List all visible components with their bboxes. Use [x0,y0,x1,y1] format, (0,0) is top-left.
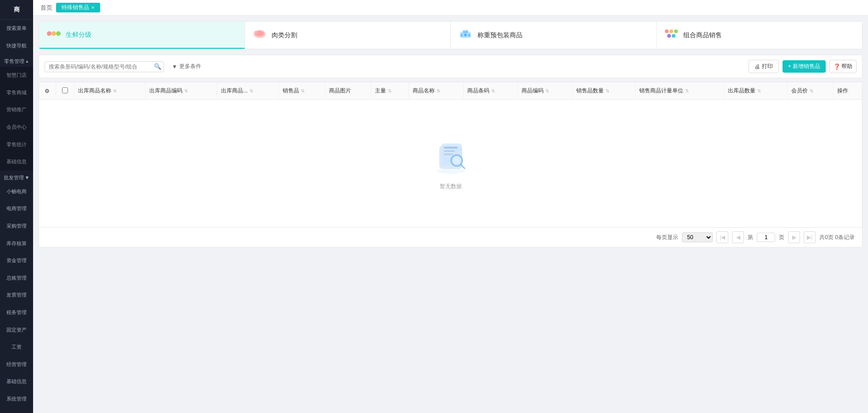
breadcrumb-bar: 首页 特殊销售品 ✕ [33,0,868,16]
sort-icon[interactable]: ⇅ [437,88,440,93]
search-icon[interactable]: 🔍 [154,63,161,70]
tab-combo-sales[interactable]: 组合商品销售 [657,22,862,49]
svg-rect-7 [463,30,468,33]
sort-icon[interactable]: ⇅ [250,88,253,93]
close-icon[interactable]: ✕ [91,5,95,10]
sort-icon[interactable]: ⇅ [301,88,305,93]
print-icon: 🖨 [755,63,760,70]
sidebar-item-general-ledger[interactable]: 总账管理 [0,270,33,287]
search-input-wrap: 🔍 [45,61,164,72]
th-sale-item[interactable]: 销售品 ⇅ [279,82,325,100]
sidebar-item-invoice-mgmt[interactable]: 发票管理 [0,287,33,304]
tab-meat-cutting[interactable]: 肉类分割 [245,22,451,49]
data-table: ⚙ 出库商品名称 ⇅ 出库商 [39,82,862,100]
th-out-name[interactable]: 出库商品名称 ⇅ [74,82,146,100]
sidebar-item-basic-info[interactable]: 基础信息 [0,373,33,390]
meat-cutting-icon [252,29,267,42]
sidebar-item-retail-stats[interactable]: 零售统计 [0,136,33,154]
select-all-checkbox[interactable] [62,87,68,93]
th-sale-qty[interactable]: 销售品数量 ⇅ [573,82,635,100]
sidebar-item-retail-mgmt[interactable]: 零售管理 [0,54,33,67]
tab-weight-prepack[interactable]: 称重预包装商品 [451,22,657,49]
sidebar-item-retail-mall[interactable]: 零售商城 [0,84,33,102]
sort-icon[interactable]: ⇅ [184,88,188,93]
svg-point-5 [255,31,257,34]
th-settings[interactable]: ⚙ [39,82,56,100]
sidebar-item-sales-promo[interactable]: 营销推广 [0,101,33,119]
sort-icon[interactable]: ⇅ [606,88,609,93]
svg-point-1 [51,31,56,36]
sidebar-item-ops-mgmt[interactable]: 经营管理 [0,356,33,373]
empty-state: 暂无数据 [39,100,862,227]
sidebar-item-fixed-assets[interactable]: 固定资产 [0,321,33,339]
svg-point-12 [669,29,673,33]
filter-button[interactable]: ▼ 更多条件 [168,60,205,73]
sidebar-item-tax-mgmt[interactable]: 税务管理 [0,304,33,321]
svg-point-13 [674,29,678,33]
th-out-qty[interactable]: 出库品数量 ⇅ [724,82,787,100]
help-label: 帮助 [841,63,852,70]
th-ops: 操作 [833,82,862,100]
first-page-button[interactable]: |◀ [716,231,728,243]
prev-page-button[interactable]: ◀ [732,231,744,243]
sort-icon[interactable]: ⇅ [113,88,117,93]
tab-combo-sales-label: 组合商品销售 [683,31,722,40]
help-icon: ❓ [834,63,840,70]
sidebar-logo: 商 [0,0,33,20]
tab-cards: 生鲜分级 肉类分割 [39,21,862,49]
svg-point-16 [437,168,465,174]
sidebar-item-search-menu[interactable]: 搜索菜单 [0,20,33,37]
sort-icon[interactable]: ⇅ [545,88,549,93]
th-sale-unit[interactable]: 销售商品计量单位 ⇅ [635,82,724,100]
pagination-bar: 每页显示 10 20 50 100 |◀ ◀ 第 页 ▶ ▶| 共0页 0条记录 [39,227,862,247]
page-size-select[interactable]: 10 20 50 100 [682,232,713,242]
sidebar-item-wholesale-mgmt[interactable]: 批发管理 [0,171,33,183]
fresh-grading-icon [46,28,61,41]
sidebar-item-member-center[interactable]: 会员中心 [0,119,33,136]
sidebar-item-ecom-mgmt[interactable]: 电商管理 [0,200,33,218]
th-out-spec[interactable]: 出库商品... ⇅ [217,82,279,100]
sidebar-item-hr[interactable]: 工资 [0,338,33,356]
breadcrumb-current-tag[interactable]: 特殊销售品 ✕ [56,3,100,12]
last-page-button[interactable]: ▶| [804,231,816,243]
empty-text: 暂无数据 [39,183,862,190]
sidebar-item-company-agreement[interactable]: 企业协同 [0,407,33,413]
next-page-button[interactable]: ▶ [788,231,800,243]
sort-icon[interactable]: ⇅ [685,88,689,93]
new-label: + 新增销售品 [788,63,820,70]
th-out-code[interactable]: 出库商品编码 ⇅ [146,82,217,100]
sidebar-item-basic-info-retail[interactable]: 基础信息 [0,153,33,171]
sidebar-item-purchase-mgmt[interactable]: 采购管理 [0,218,33,235]
th-item-name[interactable]: 商品名称 ⇅ [408,82,463,100]
search-input[interactable] [45,61,164,72]
new-product-button[interactable]: + 新增销售品 [783,60,826,73]
tab-fresh-grading[interactable]: 生鲜分级 [39,22,245,49]
sidebar-item-finance-mgmt[interactable]: 资金管理 [0,252,33,270]
sidebar-item-smart-store[interactable]: 智慧门店 [0,67,33,84]
th-member-price[interactable]: 会员价 ⇅ [787,82,833,100]
th-image: 商品图片 [325,82,371,100]
sidebar-item-inventory[interactable]: 库存核算 [0,235,33,252]
sort-icon[interactable]: ⇅ [491,88,495,93]
sidebar-item-quick-nav[interactable]: 快捷导航 [0,37,33,55]
settings-icon: ⚙ [45,88,50,94]
th-item-code[interactable]: 商品编码 ⇅ [518,82,573,100]
th-checkbox[interactable] [56,82,74,100]
sort-icon[interactable]: ⇅ [757,88,761,93]
sidebar-item-mini-ecom[interactable]: 小畅电商 [0,183,33,201]
svg-point-23 [453,157,460,164]
main-content: 首页 特殊销售品 ✕ 生鲜分级 [33,0,868,413]
sort-icon[interactable]: ⇅ [810,88,813,93]
print-button[interactable]: 🖨 打印 [749,60,779,73]
breadcrumb-home[interactable]: 首页 [40,4,52,12]
filter-icon: ▼ [172,63,177,70]
combo-sales-icon [664,29,679,42]
page-input[interactable] [757,233,775,242]
page-size-label: 每页显示 [656,234,678,241]
th-main-weight[interactable]: 主量 ⇅ [371,82,408,100]
sidebar-item-sys-mgmt[interactable]: 系统管理 [0,390,33,408]
th-barcode[interactable]: 商品条码 ⇅ [463,82,518,100]
page-unit: 页 [779,234,784,241]
help-button[interactable]: ❓ 帮助 [829,60,857,73]
sort-icon[interactable]: ⇅ [388,88,391,93]
